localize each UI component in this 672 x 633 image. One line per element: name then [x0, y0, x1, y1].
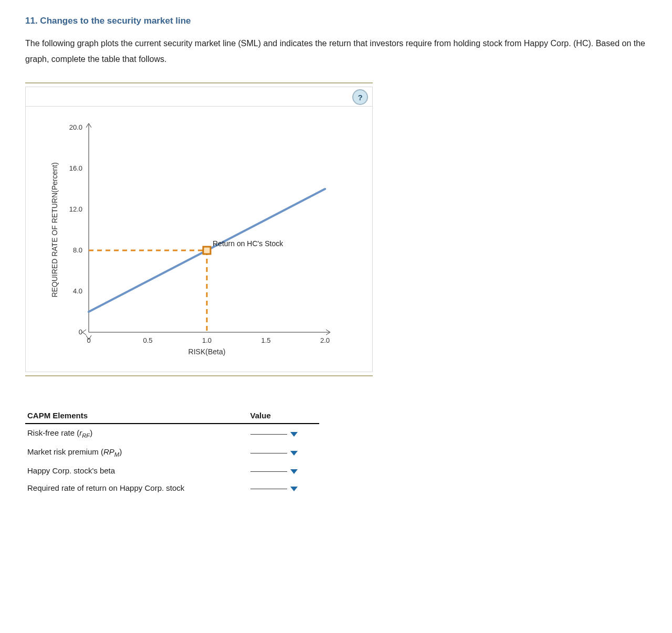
graph-container: ? — [25, 82, 373, 376]
y-tick-16: 16.0 — [69, 164, 82, 172]
x-axis-label: RISK(Beta) — [188, 347, 226, 356]
help-icon[interactable]: ? — [352, 89, 368, 105]
x-tick-15: 1.5 — [261, 336, 270, 344]
y-tick-0: 0 — [79, 328, 82, 336]
row-risk-free-rate: Risk-free rate (rRF) — [25, 424, 248, 443]
graph-toolbar: ? — [26, 87, 372, 107]
capm-table: CAPM Elements Value Risk-free rate (rRF)… — [25, 408, 319, 497]
capm-col-value: Value — [248, 408, 319, 424]
x-tick-20: 2.0 — [320, 336, 330, 344]
question-prompt: The following graph plots the current se… — [25, 36, 647, 67]
dropdown-icon[interactable] — [290, 469, 298, 474]
y-tick-4: 4.0 — [73, 287, 82, 295]
row-beta: Happy Corp. stock's beta — [25, 462, 248, 479]
row-required-return: Required rate of return on Happy Corp. s… — [25, 479, 248, 497]
capm-col-elements: CAPM Elements — [25, 408, 248, 424]
dropdown-icon[interactable] — [290, 451, 298, 456]
y-axis-label: REQUIRED RATE OF RETURN(Percent) — [50, 163, 59, 298]
x-tick-0: 0 — [87, 336, 90, 344]
y-tick-20: 20.0 — [69, 123, 82, 131]
row-market-risk-premium: Market risk premium (RPM) — [25, 443, 248, 462]
graph-frame: ? — [25, 87, 373, 372]
question-title: 11. Changes to the security market line — [25, 16, 647, 26]
y-tick-8: 8.0 — [73, 246, 82, 254]
sml-plot: 0 4.0 8.0 12.0 16.0 20.0 0 0.5 1.0 1.5 2… — [26, 107, 372, 372]
value-blank-beta — [250, 471, 287, 472]
value-blank-rfr — [250, 434, 287, 435]
dropdown-icon[interactable] — [290, 432, 298, 437]
hc-point-label: Return on HC's Stock — [213, 239, 284, 248]
dropdown-icon[interactable] — [290, 487, 298, 491]
y-tick-12: 12.0 — [69, 205, 82, 213]
value-blank-rpm — [250, 453, 287, 453]
x-tick-05: 0.5 — [143, 336, 152, 344]
hc-point-marker[interactable] — [203, 247, 211, 254]
x-tick-10: 1.0 — [202, 336, 212, 344]
value-blank-req — [250, 489, 287, 489]
